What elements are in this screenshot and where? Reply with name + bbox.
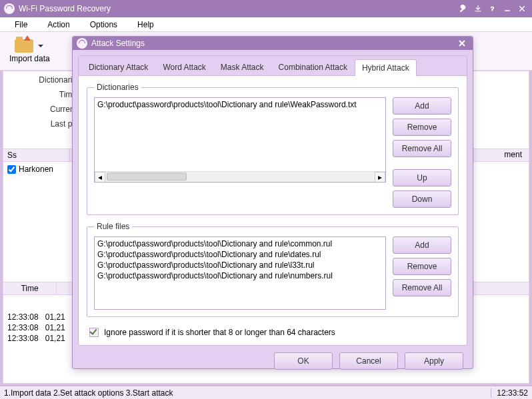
tab-combination[interactable]: Combination Attack [271, 59, 355, 75]
titlebar: Wi-Fi Password Recovery ? [0, 0, 532, 17]
scroll-left-icon[interactable]: ◂ [95, 172, 105, 183]
dialog-title: Attack Settings [91, 39, 455, 48]
key-icon[interactable] [456, 1, 471, 16]
status-clock: 12:33:52 [491, 388, 528, 398]
ignore-length-label: Ignore password if it is shorter that 8 … [104, 328, 335, 337]
statusbar: 1.Import data 2.Set attack options 3.Sta… [0, 386, 532, 399]
apply-button[interactable]: Apply [405, 352, 463, 370]
dropdown-icon[interactable] [37, 44, 44, 48]
col-ment: ment [504, 150, 522, 159]
tab-dictionary[interactable]: Dictionary Attack [81, 59, 155, 75]
dict-down-button[interactable]: Down [393, 191, 451, 208]
row-checkbox[interactable] [7, 165, 16, 174]
rules-fieldset: Rule files G:\product\password\products\… [87, 222, 459, 317]
dict-add-button[interactable]: Add [393, 97, 451, 115]
dictionaries-fieldset: Dictionaries G:\product\password\product… [87, 83, 459, 215]
scroll-right-icon[interactable]: ▸ [375, 172, 385, 183]
menubar: File Action Options Help [0, 17, 532, 32]
rules-remove-all-button[interactable]: Remove All [393, 279, 451, 296]
status-hint: 1.Import data 2.Set attack options 3.Sta… [4, 388, 491, 398]
menu-file[interactable]: File [7, 19, 35, 31]
info-labels: Dictionarie Time Current Last pa [30, 75, 77, 129]
table-row[interactable]: Harkonen [7, 165, 53, 174]
dictionaries-legend: Dictionaries [94, 83, 141, 92]
rules-listbox[interactable]: G:\product\password\products\tool\Dictio… [94, 236, 386, 310]
folder-icon [15, 39, 33, 53]
close-button[interactable] [515, 1, 529, 16]
menu-options[interactable]: Options [82, 19, 125, 31]
list-item[interactable]: G:\product\password\products\tool\Dictio… [96, 270, 384, 281]
dialog-close-button[interactable] [455, 37, 469, 50]
help-icon[interactable]: ? [485, 1, 500, 16]
download-icon[interactable] [471, 1, 485, 16]
dialog-icon [77, 38, 87, 49]
rules-remove-button[interactable]: Remove [393, 258, 451, 275]
tab-word[interactable]: Word Attack [155, 59, 213, 75]
list-item[interactable]: G:\product\password\products\tool\Dictio… [96, 249, 384, 260]
app-title: Wi-Fi Password Recovery [19, 4, 456, 13]
rules-legend: Rule files [94, 222, 132, 231]
ignore-length-checkbox[interactable] [89, 328, 99, 337]
app-icon [4, 3, 15, 14]
dict-remove-button[interactable]: Remove [393, 119, 451, 136]
import-label: Import data [9, 54, 50, 63]
dictionaries-listbox[interactable]: G:\product\password\products\tool\Dictio… [94, 97, 386, 183]
attack-settings-dialog: Attack Settings Dictionary Attack Word A… [72, 36, 473, 369]
rules-add-button[interactable]: Add [393, 236, 451, 254]
svg-text:?: ? [491, 5, 494, 12]
tab-mask[interactable]: Mask Attack [213, 59, 271, 75]
cancel-button[interactable]: Cancel [339, 352, 398, 370]
menu-help[interactable]: Help [129, 19, 162, 31]
dict-up-button[interactable]: Up [393, 169, 451, 187]
tab-hybrid[interactable]: Hybrid Attack [355, 59, 417, 76]
dict-remove-all-button[interactable]: Remove All [393, 140, 451, 157]
ok-button[interactable]: OK [274, 352, 333, 370]
import-data-button[interactable]: Import data [5, 38, 54, 65]
list-item[interactable]: G:\product\password\products\tool\Dictio… [96, 238, 384, 249]
menu-action[interactable]: Action [39, 19, 77, 31]
h-scrollbar[interactable]: ◂ ▸ [95, 171, 385, 182]
list-item[interactable]: G:\product\password\products\tool\Dictio… [96, 260, 384, 270]
minimize-button[interactable] [500, 1, 515, 16]
dialog-titlebar: Attack Settings [73, 37, 473, 50]
list-item[interactable]: G:\product\password\products\tool\Dictio… [96, 99, 384, 110]
tabs: Dictionary Attack Word Attack Mask Attac… [79, 56, 467, 76]
scroll-thumb[interactable] [107, 173, 187, 181]
row-ssid: Harkonen [19, 165, 53, 174]
log-rows: 12:33:0801,21 12:33:0801,21 12:33:0801,2… [7, 312, 65, 343]
